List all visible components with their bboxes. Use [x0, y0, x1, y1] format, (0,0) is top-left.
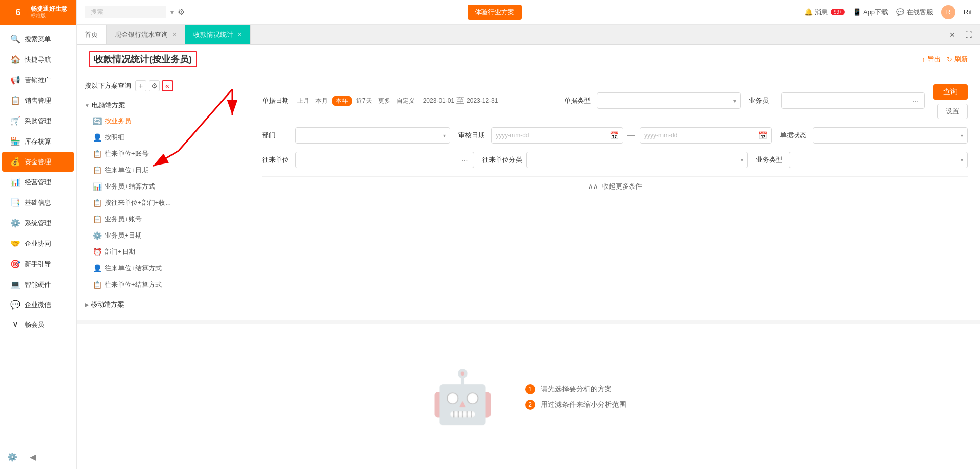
user-avatar[interactable]: R: [941, 5, 955, 19]
partner-category-arrow: ▾: [741, 157, 743, 163]
sidebar-item-member[interactable]: V 畅会员: [2, 315, 74, 335]
tab-home[interactable]: 首页: [77, 25, 107, 44]
shortcut-this-month[interactable]: 本月: [313, 96, 330, 106]
bill-status-select[interactable]: ▾: [813, 127, 968, 144]
online-service-btn[interactable]: 💬 在线客服: [896, 8, 933, 17]
scheme-item-partner-settle1[interactable]: 👤 往来单位+结算方式: [77, 260, 250, 276]
scheme-item-partner-date[interactable]: 📋 往来单位+日期: [77, 162, 250, 178]
refresh-btn[interactable]: ↻ 刷新: [947, 55, 968, 64]
scheme-header-icons: + ⚙ «: [135, 80, 173, 91]
bill-type-select[interactable]: ▾: [597, 92, 740, 109]
system-icon: ⚙️: [10, 218, 20, 228]
scheme-item-by-salesman[interactable]: 🔄 按业务员: [77, 113, 250, 129]
sidebar-item-hardware[interactable]: 💻 智能硬件: [2, 274, 74, 294]
scheme-item-by-detail[interactable]: 👤 按明细: [77, 129, 250, 146]
scheme-item-salesman-account[interactable]: 📋 业务员+账号: [77, 211, 250, 227]
sidebar-item-wechat[interactable]: 💬 企业微信: [2, 295, 74, 315]
review-date-control: yyyy-mm-dd 📅 — yyyy-mm-dd 📅: [491, 127, 772, 144]
sidebar-item-system[interactable]: ⚙️ 系统管理: [2, 213, 74, 233]
tab-collection-label: 收款情况统计: [193, 30, 233, 39]
query-btn[interactable]: 查询: [933, 84, 968, 100]
collapse-sidebar-btn[interactable]: ◀: [24, 449, 41, 465]
review-date-from[interactable]: yyyy-mm-dd 📅: [491, 127, 623, 144]
collapse-bar[interactable]: ∧∧ 收起更多条件: [262, 176, 968, 196]
filter-row-1: 单据日期 上月 本月 本年 近7天 更多 自定义: [262, 82, 968, 119]
scheme-partner-date-icon: 📋: [93, 166, 102, 174]
biz-type-field: 业务类型 ▾: [756, 152, 968, 168]
date-dash: —: [625, 131, 638, 140]
scheme-mobile-header[interactable]: ▶ 移动端方案: [77, 297, 250, 312]
topbar-gear-icon[interactable]: ⚙: [178, 7, 185, 17]
sidebar: 6 畅捷通好生意 标准版 🔍 搜索菜单 🏠 快捷导航 📢 营销推广 📋 销售管理…: [0, 0, 77, 469]
scheme-item-partner-settle2[interactable]: 📋 往来单位+结算方式: [77, 276, 250, 293]
sidebar-item-basic-info[interactable]: 📑 基础信息: [2, 193, 74, 213]
topbar-search-box: 搜索: [85, 6, 166, 18]
scheme-add-btn[interactable]: +: [135, 80, 146, 91]
scheme-partner-date-label: 往来单位+日期: [105, 166, 149, 175]
calendar-from-icon[interactable]: 📅: [610, 131, 619, 139]
logo-text: 畅捷通好生意: [31, 5, 67, 12]
maximize-btn[interactable]: ⛶: [962, 28, 976, 42]
shortcut-custom[interactable]: 自定义: [395, 96, 417, 106]
scheme-item-partner-dept[interactable]: 📋 按往来单位+部门+收...: [77, 195, 250, 211]
dept-select[interactable]: ▾: [295, 127, 450, 144]
shortcut-this-year[interactable]: 本年: [332, 96, 352, 106]
app-download-btn[interactable]: 📱 App下载: [853, 8, 888, 17]
salesman-select[interactable]: ···: [781, 92, 925, 109]
sidebar-item-search-menu[interactable]: 🔍 搜索菜单: [2, 29, 74, 49]
shortcut-more[interactable]: 更多: [376, 96, 393, 106]
sidebar-item-newbie[interactable]: 🎯 新手引导: [2, 254, 74, 274]
sidebar-item-enterprise[interactable]: 🤝 企业协同: [2, 233, 74, 253]
sidebar-item-quick-nav[interactable]: 🏠 快捷导航: [2, 50, 74, 69]
topbar-dropdown-arrow[interactable]: ▾: [170, 9, 174, 16]
settings-btn[interactable]: 设置: [937, 104, 968, 119]
tab-bank-label: 现金银行流水查询: [115, 30, 168, 39]
hardware-icon: 💻: [10, 279, 20, 289]
shortcut-7days[interactable]: 近7天: [354, 96, 374, 106]
settings-bottom-btn[interactable]: ⚙️: [4, 449, 20, 465]
scheme-salesman-settle-label: 业务员+结算方式: [105, 182, 155, 191]
scheme-item-salesman-date[interactable]: ⚙️ 业务员+日期: [77, 227, 250, 244]
scheme-collapse-btn[interactable]: «: [162, 80, 173, 91]
sidebar-item-finance[interactable]: 💰 资金管理: [2, 152, 74, 172]
tab-bank-close[interactable]: ✕: [172, 31, 177, 38]
calendar-to-icon[interactable]: 📅: [758, 131, 767, 139]
scheme-salesman-date-label: 业务员+日期: [105, 231, 142, 240]
scheme-item-dept-date[interactable]: ⏰ 部门+日期: [77, 244, 250, 260]
collapse-label: 收起更多条件: [602, 182, 642, 190]
tab-bank[interactable]: 现金银行流水查询 ✕: [107, 25, 185, 44]
sidebar-item-purchase[interactable]: 🛒 采购管理: [2, 111, 74, 131]
review-date-field: 审核日期 yyyy-mm-dd 📅 — yyyy-mm-dd 📅: [458, 127, 772, 144]
logo-area: 6 畅捷通好生意 标准版: [0, 0, 76, 25]
sidebar-label-system: 系统管理: [24, 219, 51, 228]
filter-actions: 查询 设置: [933, 82, 968, 119]
notifications-btn[interactable]: 🔔 消息 99+: [804, 8, 845, 17]
scheme-settings-btn[interactable]: ⚙: [149, 80, 160, 91]
scheme-partner-dept-label: 按往来单位+部门+收...: [105, 198, 171, 207]
sidebar-item-inventory[interactable]: 🏪 库存核算: [2, 131, 74, 151]
sidebar-item-sales[interactable]: 📋 销售管理: [2, 90, 74, 110]
partner-category-select[interactable]: ▾: [526, 152, 747, 168]
close-window-btn[interactable]: ✕: [945, 28, 960, 42]
partner-select[interactable]: ···: [295, 152, 474, 168]
trial-btn[interactable]: 体验行业方案: [468, 5, 522, 20]
sidebar-item-operations[interactable]: 📊 经营管理: [2, 172, 74, 192]
scheme-mobile-label: 移动端方案: [91, 300, 124, 309]
dept-label: 部门: [262, 131, 291, 140]
salesman-dots[interactable]: ···: [912, 97, 918, 105]
step1-label: 请先选择要分析的方案: [541, 385, 612, 394]
filter-right: 单据日期 上月 本月 本年 近7天 更多 自定义: [250, 74, 980, 320]
sidebar-label-operations: 经营管理: [24, 178, 51, 187]
tab-collection[interactable]: 收款情况统计 ✕: [185, 25, 251, 44]
scheme-item-partner-account[interactable]: 📋 往来单位+账号: [77, 146, 250, 162]
home-icon: 🏠: [10, 55, 20, 64]
partner-dots[interactable]: ···: [462, 156, 468, 164]
shortcut-last-month[interactable]: 上月: [295, 96, 311, 106]
review-date-to[interactable]: yyyy-mm-dd 📅: [640, 127, 772, 144]
tab-collection-close[interactable]: ✕: [237, 31, 242, 38]
biz-type-select[interactable]: ▾: [789, 152, 968, 168]
export-btn[interactable]: ↑ 导出: [922, 55, 941, 64]
scheme-item-salesman-settlement[interactable]: 📊 业务员+结算方式: [77, 178, 250, 195]
scheme-desktop-header[interactable]: ▼ 电脑端方案: [77, 98, 250, 113]
sidebar-item-marketing[interactable]: 📢 营销推广: [2, 70, 74, 90]
